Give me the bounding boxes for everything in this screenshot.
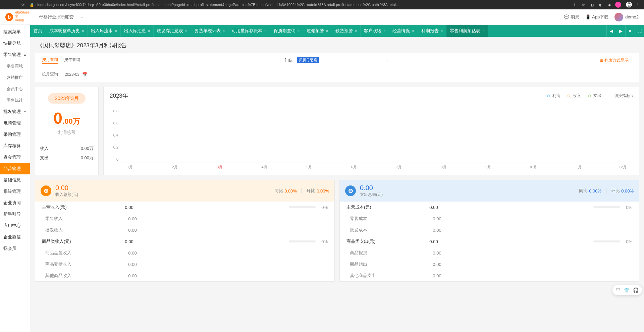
close-icon[interactable]: ×: [441, 29, 443, 33]
list-row: 主营收入(元)0.000%: [35, 202, 334, 213]
sidebar-item[interactable]: 批发管理▼: [0, 106, 30, 117]
headset-icon[interactable]: 🎧: [633, 287, 639, 293]
close-icon[interactable]: ×: [148, 29, 150, 33]
close-icon[interactable]: ×: [185, 29, 187, 33]
tshirt-icon[interactable]: 👕: [624, 287, 630, 293]
x-tick: 2月: [172, 165, 178, 170]
tab[interactable]: 出入库汇总×: [121, 25, 154, 37]
expense-panel: ⊖ 0.00 支出总额(元) 同比0.00% 环比0.00% 主营成: [339, 180, 639, 282]
close-icon[interactable]: ×: [115, 29, 117, 33]
tab[interactable]: 缺货预警×: [332, 25, 361, 37]
user-menu[interactable]: demo2: [614, 13, 639, 21]
chevron-icon: ▲: [23, 53, 26, 56]
scroll-left-icon[interactable]: ◀: [606, 25, 616, 37]
close-icon[interactable]: ×: [298, 29, 300, 33]
close-icon[interactable]: ×: [482, 29, 484, 33]
fullscreen-icon[interactable]: ⛶: [635, 25, 644, 37]
back-icon[interactable]: ←: [3, 1, 10, 8]
store-dropdown[interactable]: 贝贝母婴店 ⌄: [296, 57, 389, 64]
app-download-link[interactable]: 📱 App下载: [585, 14, 608, 20]
messages-link[interactable]: 💬 消息: [564, 14, 579, 20]
sidebar-item[interactable]: 企业协同: [0, 197, 30, 209]
y-tick: 1: [116, 97, 118, 101]
reload-icon[interactable]: ⟳: [19, 1, 26, 8]
close-icon[interactable]: ×: [264, 29, 266, 33]
star-icon[interactable]: ☆: [580, 2, 586, 8]
sidebar-item[interactable]: 经营管理: [0, 163, 30, 174]
list-row: 商品类支出(元)0.000%: [340, 236, 639, 247]
sidebar-item[interactable]: 零售管理▲: [0, 49, 30, 60]
sidebar-item[interactable]: 应用中心: [0, 220, 30, 231]
close-icon[interactable]: ×: [326, 29, 328, 33]
tab[interactable]: 收发存汇总表×: [154, 25, 191, 37]
share-icon[interactable]: ⇪: [572, 2, 578, 8]
chevron-down-icon: ⌄: [385, 58, 388, 62]
forward-icon[interactable]: →: [11, 1, 18, 8]
sidebar-item[interactable]: 零售统计: [0, 95, 30, 106]
close-all-icon[interactable]: ✕: [625, 25, 635, 37]
sidebar-item[interactable]: 营销推广: [0, 72, 30, 83]
tab[interactable]: 要货单统计表×: [191, 25, 228, 37]
tab[interactable]: 出入库流水×: [88, 25, 120, 37]
close-icon[interactable]: ×: [223, 29, 225, 33]
tab[interactable]: 超储预警×: [303, 25, 332, 37]
menu-icon[interactable]: ⋮: [635, 2, 641, 8]
url-text[interactable]: cloud.chanjet.com/hsy/u400r74daqxh/i0re3…: [36, 3, 572, 7]
tab[interactable]: 可用量库存账本×: [228, 25, 270, 37]
income-header: ⊕ 0.00 收入总额(元) 同比0.00% 环比0.00%: [35, 180, 334, 202]
avatar-icon[interactable]: [615, 2, 621, 8]
y-axis: 00.20.40.60.81: [110, 103, 120, 163]
scroll-right-icon[interactable]: ▶: [616, 25, 625, 37]
legend-income[interactable]: 收入: [567, 93, 581, 99]
legend: 利润 收入 支出 切换指标 ›: [546, 93, 633, 99]
org-selector[interactable]: 母婴行业演示账套 ⌄: [39, 14, 83, 20]
tab[interactable]: 零售利润预估表×: [446, 25, 488, 37]
close-icon[interactable]: ×: [355, 29, 357, 33]
sidebar-item[interactable]: 采购管理: [0, 129, 30, 140]
list-row: 零售成本0.00: [340, 213, 639, 224]
store-selector: 门店 贝贝母婴店 ⌄: [285, 57, 389, 64]
income-stats: 同比0.00% 环比0.00%: [274, 188, 329, 194]
tab[interactable]: 利润报告×: [418, 25, 446, 37]
month-pill: 2023年3月: [48, 93, 86, 104]
chart-plot: 00.20.40.60.81 1月2月3月4月5月6月7月8月9月10月11月1…: [110, 103, 633, 170]
calendar-icon[interactable]: 📅: [82, 72, 87, 77]
legend-expense[interactable]: 支出: [587, 93, 601, 99]
sidebar-item[interactable]: 搜索菜单: [0, 26, 30, 38]
sidebar-item[interactable]: 企业微信: [0, 231, 30, 243]
switch-metric-button[interactable]: 切换指标 ›: [614, 93, 633, 99]
sidebar-item[interactable]: 基础信息: [0, 174, 30, 186]
ext1-icon[interactable]: ◧: [589, 2, 595, 8]
legend-profit[interactable]: 利润: [546, 93, 560, 99]
close-icon[interactable]: ×: [412, 29, 414, 33]
close-icon[interactable]: ×: [383, 29, 385, 33]
close-icon[interactable]: ×: [82, 29, 84, 33]
y-tick: 0.2: [113, 145, 118, 149]
list-row: 商品报损0.00: [340, 247, 639, 259]
tab[interactable]: 经营情况×: [389, 25, 418, 37]
sidebar-item[interactable]: 新手引导: [0, 209, 30, 220]
update-button[interactable]: 更新: [626, 2, 632, 8]
tab[interactable]: 保质期查询×: [270, 25, 303, 37]
edition-text: 标准版: [15, 18, 32, 22]
sidebar-item[interactable]: 系统管理: [0, 186, 30, 197]
tabs-bar: 首页成本调整单历史×出入库流水×出入库汇总×收发存汇总表×要货单统计表×可用量库…: [30, 25, 644, 37]
ext3-icon[interactable]: ◆: [606, 2, 612, 8]
sidebar-item[interactable]: 库存核算: [0, 140, 30, 152]
sidebar-item[interactable]: 快捷导航: [0, 38, 30, 49]
tab-by-month[interactable]: 按月查询: [42, 57, 58, 64]
plot-area: [120, 103, 633, 163]
sidebar-item[interactable]: 畅会员: [0, 243, 30, 254]
tab[interactable]: 首页: [30, 25, 46, 37]
tab[interactable]: 成本调整单历史×: [46, 25, 88, 37]
sidebar-item[interactable]: 会员中心: [0, 83, 30, 95]
tab-by-year[interactable]: 按年查询: [64, 57, 80, 64]
lang-toggle[interactable]: 中: [616, 287, 621, 293]
ext2-icon[interactable]: ◐: [598, 2, 604, 8]
sidebar-item[interactable]: 电商管理: [0, 117, 30, 129]
sidebar-item[interactable]: 零售商城: [0, 60, 30, 72]
sidebar-item[interactable]: 资金管理: [0, 152, 30, 163]
tab[interactable]: 客户联络×: [361, 25, 389, 37]
list-mode-button[interactable]: ▦ 列表方式显示: [596, 56, 632, 65]
logo[interactable]: b 畅捷通好生意 标准版: [5, 11, 32, 22]
